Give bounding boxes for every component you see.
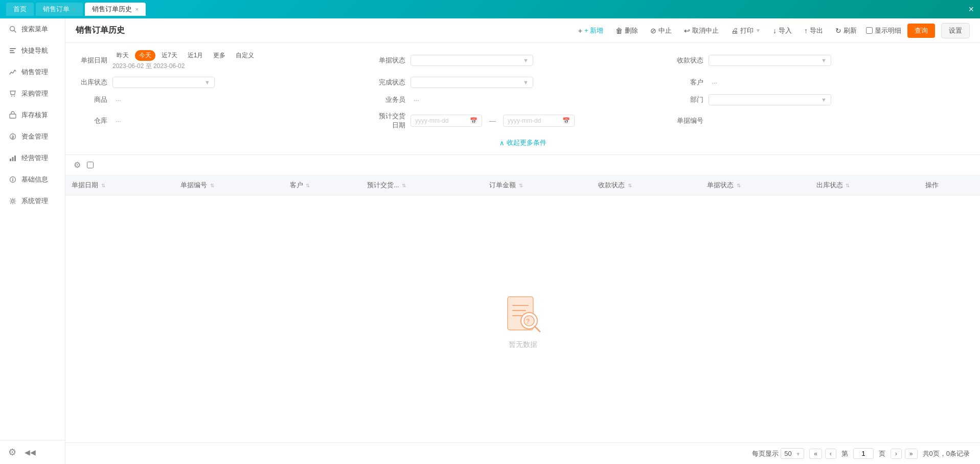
- nav-icon: [8, 46, 17, 55]
- import-button[interactable]: ↓ 导入: [770, 24, 795, 37]
- complete-status-control: ▼: [411, 77, 672, 88]
- sort-delivery-icon[interactable]: ⇅: [846, 183, 850, 188]
- tab-home[interactable]: 首页: [6, 3, 34, 16]
- date-btn-1month[interactable]: 近1月: [184, 50, 208, 61]
- delete-icon: 🗑: [616, 27, 623, 35]
- tab-sales-order[interactable]: 销售订单 ×: [36, 3, 83, 16]
- filter-order-number-item: 单据编号: [672, 116, 970, 125]
- table-settings-icon[interactable]: ⚙: [74, 160, 81, 170]
- sidebar-item-search[interactable]: 搜索菜单: [0, 18, 65, 40]
- main-layout: 搜索菜单 快捷导航 销售管理 采购管理 库存核算: [0, 18, 980, 464]
- payment-status-label: 收款状态: [672, 56, 709, 65]
- sidebar-collapse-icon[interactable]: ◀◀: [25, 448, 36, 456]
- sort-amount-icon[interactable]: ⇅: [519, 183, 523, 188]
- filter-expected-date-item: 预计交货日期 yyyy-mm-dd 📅 — yyyy-mm-dd 📅: [374, 112, 672, 130]
- stop-button[interactable]: ⊘ 中止: [647, 24, 675, 37]
- sort-date-icon[interactable]: ⇅: [101, 183, 105, 188]
- expected-date-label: 预计交货日期: [374, 112, 411, 130]
- order-status-select[interactable]: ▼: [411, 55, 533, 66]
- warehouse-picker[interactable]: ···: [112, 116, 124, 126]
- date-separator: —: [489, 117, 496, 125]
- sort-customer-icon[interactable]: ⇅: [306, 183, 310, 188]
- print-icon: 🖨: [731, 27, 738, 35]
- sort-order-status-icon[interactable]: ⇅: [737, 183, 741, 188]
- expected-date-to[interactable]: yyyy-mm-dd 📅: [503, 115, 575, 127]
- sidebar-settings-icon[interactable]: ⚙: [8, 447, 16, 458]
- sidebar-item-system[interactable]: 系统管理: [0, 190, 65, 212]
- stop-icon: ⊘: [650, 27, 656, 35]
- delivery-status-control: ▼: [112, 77, 374, 88]
- svg-rect-9: [10, 159, 11, 161]
- page-size-box[interactable]: 50 ▼: [781, 448, 804, 459]
- calendar-from-icon[interactable]: 📅: [470, 117, 477, 124]
- payment-status-dropdown-icon: ▼: [821, 57, 827, 63]
- svg-rect-7: [10, 114, 16, 118]
- refresh-button[interactable]: ↻ 刷新: [832, 24, 860, 37]
- svg-line-20: [535, 326, 540, 332]
- top-bar: 首页 销售订单 × 销售订单历史 × ×: [0, 0, 980, 18]
- sidebar-item-operation[interactable]: 经营管理: [0, 147, 65, 169]
- department-dropdown-icon: ▼: [821, 97, 827, 103]
- date-btn-more[interactable]: 更多: [209, 50, 230, 61]
- tab-bar: 首页 销售订单 × 销售订单历史 ×: [6, 3, 968, 16]
- filter-complete-status-item: 完成状态 ▼: [374, 77, 672, 88]
- finance-icon: [8, 132, 17, 141]
- display-detail-toggle[interactable]: 显示明细: [866, 26, 901, 35]
- date-btn-today[interactable]: 今天: [135, 50, 155, 61]
- sidebar-item-inventory[interactable]: 库存核算: [0, 104, 65, 126]
- svg-point-6: [14, 96, 15, 97]
- settings-button[interactable]: 设置: [941, 23, 970, 38]
- salesperson-picker[interactable]: ···: [411, 95, 422, 105]
- customer-control: ···: [709, 78, 970, 87]
- page-number-input[interactable]: [853, 448, 874, 459]
- sidebar-item-nav[interactable]: 快捷导航: [0, 40, 65, 61]
- select-all-checkbox[interactable]: [87, 162, 94, 168]
- sort-order-icon[interactable]: ⇅: [210, 183, 214, 188]
- export-button[interactable]: ↑ 导出: [801, 24, 826, 37]
- th-date: 单据日期 ⇅: [65, 175, 174, 195]
- sidebar-item-sales[interactable]: 销售管理: [0, 61, 65, 83]
- page-last-button[interactable]: »: [905, 449, 918, 459]
- page-next-button[interactable]: ›: [891, 449, 902, 459]
- department-label: 部门: [672, 95, 709, 104]
- th-amount: 订单金额 ⇅: [483, 175, 592, 195]
- sales-icon: [8, 68, 17, 77]
- new-button[interactable]: + + 新增: [575, 24, 606, 37]
- query-button[interactable]: 查询: [907, 24, 935, 38]
- warehouse-label: 仓库: [76, 116, 112, 125]
- expected-date-from[interactable]: yyyy-mm-dd 📅: [411, 115, 482, 127]
- date-btn-7days[interactable]: 近7天: [157, 50, 181, 61]
- cancel-stop-button[interactable]: ↩ 取消中止: [681, 24, 722, 37]
- sort-expected-icon[interactable]: ⇅: [402, 183, 406, 188]
- sidebar-item-info[interactable]: 基础信息: [0, 169, 65, 190]
- complete-status-select[interactable]: ▼: [411, 77, 533, 88]
- product-picker[interactable]: ···: [112, 95, 124, 105]
- window-close-button[interactable]: ×: [968, 4, 974, 15]
- calendar-to-icon[interactable]: 📅: [562, 117, 570, 124]
- date-btn-yesterday[interactable]: 昨天: [112, 50, 133, 61]
- sort-payment-icon[interactable]: ⇅: [628, 183, 632, 188]
- sidebar-item-purchase[interactable]: 采购管理: [0, 83, 65, 104]
- display-detail-checkbox[interactable]: [866, 27, 873, 34]
- tab-sales-order-history-close[interactable]: ×: [135, 6, 138, 12]
- page-header: 销售订单历史 + + 新增 🗑 删除 ⊘ 中止 ↩ 取消中止: [65, 18, 980, 43]
- delivery-status-select[interactable]: ▼: [112, 77, 215, 88]
- print-button[interactable]: 🖨 打印 ▼: [728, 24, 764, 37]
- data-table: 单据日期 ⇅ 单据编号 ⇅ 客户 ⇅ 预计交货...: [65, 175, 980, 195]
- page-prev-button[interactable]: ‹: [825, 449, 836, 459]
- customer-picker[interactable]: ···: [709, 78, 720, 87]
- delete-button[interactable]: 🗑 删除: [612, 24, 641, 37]
- th-order-status: 单据状态 ⇅: [701, 175, 810, 195]
- tab-sales-order-close[interactable]: ×: [73, 6, 76, 12]
- department-select[interactable]: ▼: [709, 94, 831, 105]
- payment-status-select[interactable]: ▼: [709, 55, 831, 66]
- table-header-row: 单据日期 ⇅ 单据编号 ⇅ 客户 ⇅ 预计交货...: [65, 175, 980, 195]
- warehouse-control: ···: [112, 116, 374, 126]
- footer-pagination: 每页显示 50 ▼ « ‹ 第 页 › » 共0页，0条记录: [65, 443, 980, 464]
- page-first-button[interactable]: «: [809, 449, 822, 459]
- date-btn-custom[interactable]: 自定义: [232, 50, 258, 61]
- collapse-row[interactable]: ∧ 收起更多条件: [76, 136, 970, 147]
- product-control: ···: [112, 95, 374, 105]
- tab-sales-order-history[interactable]: 销售订单历史 ×: [85, 3, 145, 16]
- sidebar-item-finance[interactable]: 资金管理: [0, 126, 65, 147]
